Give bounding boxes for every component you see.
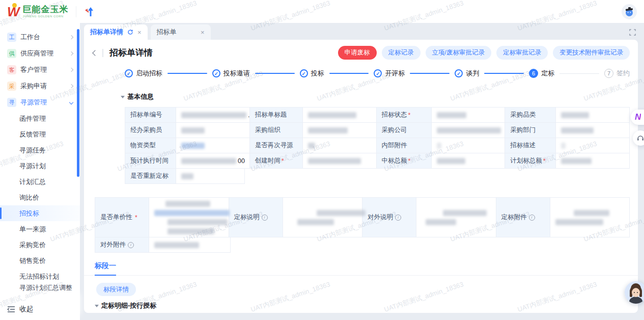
tab-bid-list[interactable]: 招标单 × bbox=[151, 24, 211, 40]
sidebar-collapse-button[interactable]: 收起 bbox=[0, 299, 80, 320]
sidebar-subitem-truncated[interactable]: 寻源计划汇总调整 bbox=[0, 284, 80, 291]
field-label: 物资类型 bbox=[125, 138, 176, 153]
redacted-value bbox=[308, 127, 348, 134]
required-star: * bbox=[135, 214, 137, 221]
tab-segment-one[interactable]: 标段一 bbox=[95, 261, 116, 276]
redacted-value bbox=[437, 143, 441, 149]
sidebar-subitem-sales-auction[interactable]: 销售竞价 bbox=[0, 253, 80, 269]
sidebar-item-label: 寻源管理 bbox=[20, 98, 66, 107]
info-icon: i bbox=[262, 215, 268, 221]
redacted-value bbox=[437, 127, 501, 134]
sidebar-subitem-plan-summary[interactable]: 计划汇总 bbox=[0, 174, 80, 190]
redacted-value bbox=[154, 210, 230, 216]
user-avatar[interactable] bbox=[625, 281, 644, 304]
customer-service-fab[interactable] bbox=[633, 130, 644, 146]
back-button[interactable] bbox=[92, 50, 98, 56]
sidebar-subitem-bidding[interactable]: 招投标 bbox=[0, 205, 80, 221]
redacted-value bbox=[443, 210, 487, 216]
redacted-value bbox=[308, 158, 361, 164]
close-tab-icon[interactable]: × bbox=[137, 29, 142, 36]
required-star: * bbox=[408, 112, 411, 119]
sidebar-item-supplier-mgmt[interactable]: 供 供应商管理 bbox=[0, 45, 80, 62]
award-record-button[interactable]: 定标记录 bbox=[382, 46, 421, 60]
tab-bid-detail[interactable]: 招标单详情 × bbox=[84, 24, 148, 40]
step-connector bbox=[484, 73, 524, 74]
required-star: * bbox=[408, 157, 411, 165]
sidebar-subitem-purchase-auction[interactable]: 采购竞价 bbox=[0, 237, 80, 253]
redacted-value bbox=[181, 143, 205, 149]
step-connector bbox=[167, 73, 207, 74]
required-star: * bbox=[282, 157, 284, 165]
field-value-redacted bbox=[556, 138, 630, 153]
redacted-value bbox=[167, 219, 228, 225]
sidebar-item-purchase-request[interactable]: 采 采购申请 bbox=[0, 78, 80, 94]
basic-info-section-header[interactable]: 基本信息 bbox=[121, 92, 638, 101]
sidebar-item-customer-mgmt[interactable]: 客 客户管理 bbox=[0, 62, 80, 78]
sidebar-scrollbar[interactable] bbox=[77, 29, 79, 177]
step-invite: ✓ 投标邀请 bbox=[212, 69, 250, 78]
tech-attachment-approval-button[interactable]: 变更技术附件审批记录 bbox=[553, 46, 630, 60]
chevron-right-icon bbox=[69, 51, 73, 56]
field-value-redacted bbox=[432, 123, 506, 138]
step-award: 6 定标 bbox=[529, 69, 554, 78]
sidebar-subitem-feedback[interactable]: 反馈管理 bbox=[0, 126, 80, 142]
ai-assistant-fab[interactable]: N bbox=[631, 110, 644, 125]
required-star: * bbox=[543, 157, 546, 165]
field-label: 采购组织 bbox=[250, 123, 303, 138]
redacted-value bbox=[437, 112, 466, 118]
field-value-redacted bbox=[303, 138, 377, 153]
field-label: 是否再次寻源 bbox=[250, 138, 303, 153]
nav-arrows-icon[interactable] bbox=[83, 5, 97, 18]
redacted-value bbox=[181, 127, 205, 134]
field-value-redacted bbox=[432, 153, 506, 169]
company-logo: W 巨能金玉米 JUNENG GOLDEN CORN bbox=[7, 5, 69, 18]
chevron-down-icon bbox=[69, 100, 73, 104]
field-value-redacted bbox=[556, 123, 630, 138]
top-header: W 巨能金玉米 JUNENG GOLDEN CORN bbox=[0, 0, 644, 23]
approval-record-button[interactable]: 立项/废标审批记录 bbox=[426, 46, 491, 60]
logo-subtitle: JUNENG GOLDEN CORN bbox=[23, 15, 69, 18]
collapse-icon bbox=[7, 306, 15, 313]
sidebar-item-sourcing-mgmt[interactable]: 寻 寻源管理 bbox=[0, 94, 80, 111]
caret-down-icon bbox=[121, 96, 125, 98]
sidebar-item-workbench[interactable]: 工 工作台 bbox=[0, 29, 80, 45]
sidebar-subitem-sourcing-plan[interactable]: 寻源计划 bbox=[0, 158, 80, 174]
redacted-value bbox=[437, 158, 465, 164]
step-label: 投标邀请 bbox=[223, 69, 250, 78]
supplier-icon: 供 bbox=[7, 49, 16, 58]
field-label: 内部附件 bbox=[377, 138, 432, 153]
field-label: 对外说明i bbox=[362, 198, 416, 237]
field-value-redacted: ... bbox=[176, 108, 250, 123]
refresh-icon[interactable] bbox=[127, 29, 133, 35]
sidebar-subitem-single-source[interactable]: 单一来源 bbox=[0, 221, 80, 237]
segment-detail-button[interactable]: 标段详情 bbox=[96, 283, 136, 296]
award-approval-record-button[interactable]: 定标审批记录 bbox=[496, 46, 548, 60]
logo-mark-icon: W bbox=[7, 5, 20, 18]
sidebar-subitem-sourcing-task[interactable]: 寻源任务 bbox=[0, 142, 80, 158]
field-label: 中标总额* bbox=[377, 153, 432, 169]
check-icon: ✓ bbox=[374, 69, 382, 77]
field-value-redacted bbox=[303, 123, 377, 138]
sidebar-subitem-letters[interactable]: 函件管理 bbox=[0, 111, 80, 126]
assistant-mascot-icon[interactable] bbox=[622, 4, 637, 19]
sidebar-subitem-rfq[interactable]: 询比价 bbox=[0, 190, 80, 205]
field-label: 招标单编号 bbox=[125, 108, 176, 123]
visible-value-suffix: 00 bbox=[238, 157, 245, 165]
close-tab-icon[interactable]: × bbox=[201, 29, 205, 36]
sidebar-item-label: 供应商管理 bbox=[20, 49, 66, 58]
tab-bar: 招标单详情 × 招标单 × bbox=[80, 23, 644, 40]
field-value-redacted bbox=[416, 198, 496, 237]
redacted-value bbox=[308, 143, 315, 149]
check-icon: ✓ bbox=[125, 69, 133, 77]
sidebar-subitem-no-bid-plan[interactable]: 无法招标计划 bbox=[0, 269, 80, 284]
fullscreen-icon[interactable] bbox=[629, 29, 636, 36]
check-icon: ✓ bbox=[212, 69, 220, 77]
field-value-redacted bbox=[283, 198, 363, 237]
field-value-redacted bbox=[176, 138, 250, 153]
award-detail-section-header[interactable]: 定标明细-按行授标 bbox=[95, 301, 638, 310]
field-label: 采购品类 bbox=[505, 108, 556, 123]
apply-cancel-bid-button[interactable]: 申请废标 bbox=[338, 46, 377, 60]
progress-steps: ✓ 启动招标 ✓ 投标邀请 ✓ 投标 ✓ 开评标 bbox=[125, 69, 630, 78]
redacted-value bbox=[574, 210, 609, 216]
field-label: 是否重新定标 bbox=[125, 169, 176, 184]
